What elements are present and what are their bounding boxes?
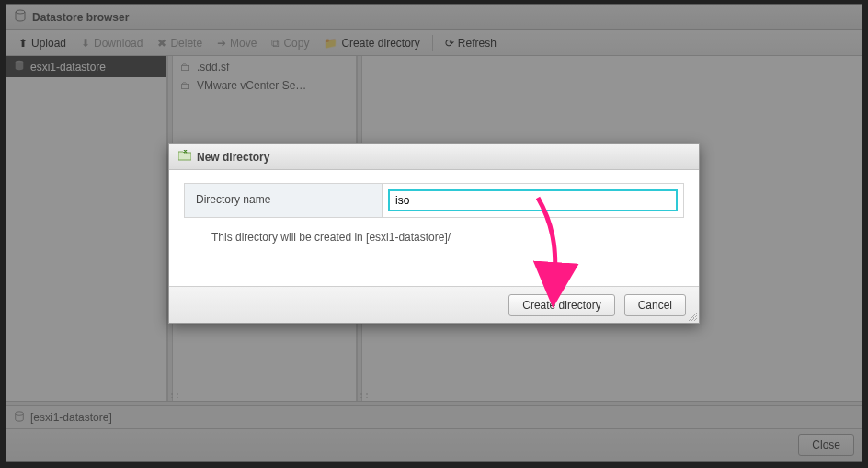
cancel-button[interactable]: Cancel — [624, 294, 686, 316]
directory-name-label: Directory name — [185, 184, 383, 217]
dialog-hint-text: This directory will be created in [esxi1… — [184, 218, 684, 244]
resize-grip[interactable] — [688, 312, 697, 321]
new-directory-dialog: New directory Directory name This direct… — [168, 143, 700, 324]
dialog-body: Directory name This directory will be cr… — [169, 170, 699, 253]
dialog-title: New directory — [197, 151, 269, 164]
create-directory-confirm-button[interactable]: Create directory — [508, 294, 614, 316]
dialog-footer: Create directory Cancel — [169, 286, 699, 323]
new-folder-icon — [178, 150, 191, 164]
directory-name-input[interactable] — [388, 189, 678, 211]
form-row-directory-name: Directory name — [184, 183, 684, 218]
dialog-titlebar: New directory — [169, 144, 699, 170]
